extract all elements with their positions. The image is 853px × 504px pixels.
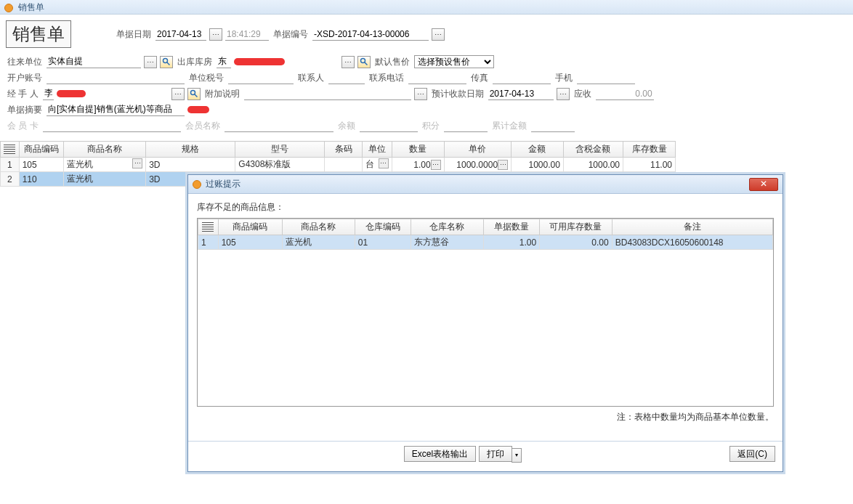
- points-input: [444, 119, 488, 132]
- doc-date-input[interactable]: [155, 28, 206, 41]
- col-header[interactable]: 商品名称: [283, 219, 355, 235]
- col-header[interactable]: 库存数量: [623, 142, 676, 158]
- total-input: [531, 119, 575, 132]
- col-header[interactable]: 规格: [146, 142, 235, 158]
- cell-picker[interactable]: ⋯: [498, 160, 508, 170]
- svg-point-0: [163, 59, 168, 63]
- cell-picker[interactable]: ⋯: [379, 158, 389, 168]
- label-balance: 余额: [336, 120, 357, 132]
- balance-input: [360, 119, 418, 132]
- doc-no-input[interactable]: [312, 28, 429, 41]
- redacted: [234, 58, 285, 65]
- print-dropdown-icon[interactable]: ▾: [512, 448, 522, 463]
- col-header[interactable]: 备注: [612, 219, 772, 235]
- customer-input[interactable]: [47, 55, 141, 68]
- dialog-grid[interactable]: 商品编码商品名称仓库编码仓库名称单据数量可用库存数量备注 1105蓝光机01东方…: [198, 219, 773, 250]
- dialog-grid-wrap: 商品编码商品名称仓库编码仓库名称单据数量可用库存数量备注 1105蓝光机01东方…: [197, 218, 774, 407]
- doc-date-picker[interactable]: ⋯: [209, 28, 222, 41]
- redacted: [57, 90, 86, 97]
- return-button[interactable]: 返回(C): [729, 446, 775, 462]
- redacted: [187, 106, 209, 113]
- excel-export-button[interactable]: Excel表格输出: [404, 446, 476, 462]
- col-header[interactable]: 单价: [444, 142, 511, 158]
- label-warehouse: 出库库房: [176, 56, 214, 68]
- handler-lookup-icon[interactable]: [187, 88, 201, 100]
- label-tax: 单位税号: [187, 72, 225, 84]
- warehouse-picker[interactable]: ⋯: [341, 56, 355, 68]
- contact-input[interactable]: [328, 71, 365, 84]
- svg-point-4: [190, 91, 195, 95]
- col-header[interactable]: 数量: [392, 142, 444, 158]
- label-total: 累计金额: [490, 120, 528, 132]
- col-header[interactable]: 可用库存数量: [540, 219, 613, 235]
- window-title: 销售单: [18, 2, 44, 12]
- svg-line-5: [194, 94, 197, 97]
- handler-input[interactable]: [43, 87, 54, 100]
- print-button[interactable]: 打印: [479, 446, 512, 462]
- label-fax: 传真: [469, 72, 490, 84]
- customer-lookup-icon[interactable]: [160, 56, 173, 68]
- document-header: 销售单 单据日期 ⋯ 单据编号 ⋯ 往来单位 ⋯ 出库库房 ⋯ 默认售价 选择预…: [0, 15, 853, 138]
- label-customer: 往来单位: [6, 56, 44, 68]
- svg-line-1: [167, 62, 170, 65]
- table-row[interactable]: 1105蓝光机01东方慧谷1.000.00BD43083DCX160506001…: [198, 235, 773, 250]
- label-phone: 联系电话: [368, 72, 405, 84]
- col-header[interactable]: 商品编码: [218, 219, 283, 235]
- dialog-message: 库存不足的商品信息：: [197, 201, 774, 214]
- warehouse-input[interactable]: [217, 55, 231, 68]
- col-header[interactable]: 含税金额: [563, 142, 623, 158]
- label-default-price: 默认售价: [373, 56, 411, 68]
- extra-picker[interactable]: ⋯: [414, 88, 427, 100]
- card-name-input: [225, 119, 333, 132]
- col-header[interactable]: 型号: [235, 142, 325, 158]
- label-doc-no: 单据编号: [272, 28, 310, 41]
- handler-picker[interactable]: ⋯: [171, 88, 185, 100]
- summary-input[interactable]: [47, 103, 185, 116]
- col-header[interactable]: 单位: [362, 142, 392, 158]
- col-header[interactable]: 仓库名称: [411, 219, 484, 235]
- fax-input[interactable]: [493, 71, 551, 84]
- label-contact: 联系人: [296, 72, 326, 84]
- col-header[interactable]: 商品名称: [64, 142, 146, 158]
- dialog-title: 过账提示: [206, 178, 749, 190]
- label-mobile: 手机: [554, 72, 574, 84]
- dialog-footer: Excel表格输出 打印▾ 返回(C): [188, 441, 783, 467]
- card-input[interactable]: [43, 119, 181, 132]
- col-header[interactable]: 条码: [325, 142, 362, 158]
- phone-input[interactable]: [408, 71, 466, 84]
- expected-date-picker[interactable]: ⋯: [557, 88, 570, 100]
- label-extra: 附加说明: [203, 88, 241, 100]
- label-card: 会 员 卡: [6, 120, 40, 132]
- doc-no-picker[interactable]: ⋯: [432, 28, 445, 41]
- dialog-titlebar[interactable]: 过账提示 ✕: [188, 175, 783, 194]
- label-receivable: 应收: [573, 88, 593, 100]
- table-row[interactable]: 1105蓝光机⋯3DG4308标准版台⋯1.00⋯1000.0000⋯1000.…: [1, 158, 676, 172]
- warehouse-lookup-icon[interactable]: [357, 56, 371, 68]
- grid-menu-icon[interactable]: [4, 145, 15, 155]
- extra-input[interactable]: [244, 87, 411, 100]
- label-card-name: 会员名称: [184, 120, 222, 132]
- window-titlebar: 销售单: [0, 0, 853, 15]
- label-expected: 预计收款日期: [430, 88, 485, 100]
- cell-picker[interactable]: ⋯: [431, 160, 441, 170]
- col-header[interactable]: 仓库编码: [355, 219, 411, 235]
- expected-date-input[interactable]: [488, 87, 554, 100]
- label-doc-date: 单据日期: [115, 28, 153, 41]
- label-handler: 经 手 人: [6, 88, 40, 100]
- dialog-note: 注：表格中数量均为商品基本单位数量。: [197, 411, 774, 423]
- col-header[interactable]: 单据数量: [483, 219, 539, 235]
- receivable-value: [596, 87, 654, 100]
- mobile-input[interactable]: [577, 71, 635, 84]
- col-header[interactable]: 商品编码: [19, 142, 64, 158]
- col-header[interactable]: 金额: [512, 142, 564, 158]
- cell-picker[interactable]: ⋯: [132, 158, 142, 168]
- posting-dialog: 过账提示 ✕ 库存不足的商品信息： 商品编码商品名称仓库编码仓库名称单据数量可用…: [187, 174, 783, 472]
- bank-input[interactable]: [47, 71, 185, 84]
- grid-menu-icon[interactable]: [202, 222, 214, 232]
- label-summary: 单据摘要: [6, 104, 44, 116]
- default-price-select[interactable]: 选择预设售价: [414, 55, 494, 68]
- dialog-close-button[interactable]: ✕: [749, 178, 778, 191]
- svg-line-3: [365, 62, 368, 65]
- tax-input[interactable]: [228, 71, 294, 84]
- customer-picker[interactable]: ⋯: [144, 56, 157, 68]
